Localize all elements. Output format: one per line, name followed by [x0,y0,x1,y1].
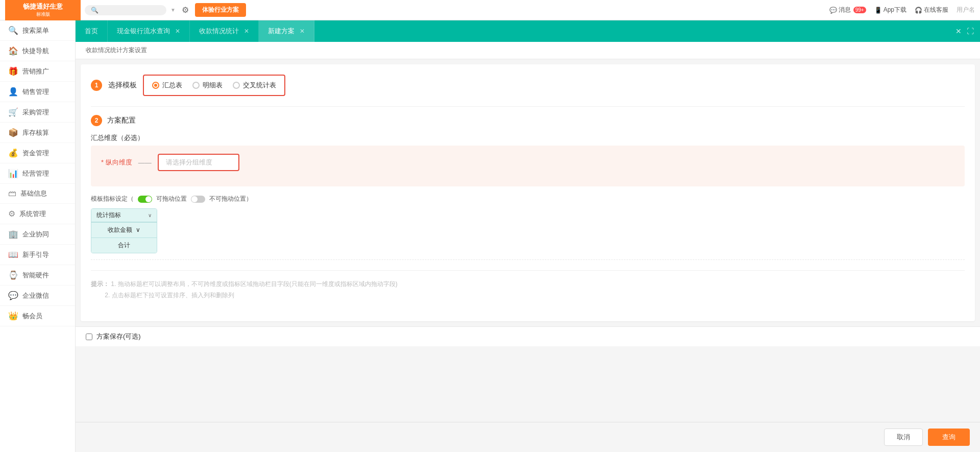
metrics-group-stat: 统计指标 ∨ 收款金额 ∨ 合计 [91,208,157,253]
metrics-area: 统计指标 ∨ 收款金额 ∨ 合计 [91,208,965,253]
template-cross-label: 交叉统计表 [243,81,276,90]
sidebar-label-new-guide: 新手引导 [22,250,49,259]
header-right: 💬 消息 99+ 📱 App下载 🎧 在线客服 用户名 [829,6,975,14]
sidebar-label-operations: 经营管理 [22,169,49,178]
sidebar-item-sys-mgmt[interactable]: ⚙ 系统管理 [0,204,75,224]
settings-icon[interactable]: ⚙ [180,5,191,16]
tab-new-plan-close[interactable]: ✕ [300,28,305,35]
corp-weixin-icon: 💬 [8,291,18,300]
tips-section: 提示： 1. 拖动标题栏可以调整布局，不可跨维度或指标区域拖动栏目字段(只能在同… [91,270,965,301]
metrics-header: 模板指标设定（ 可拖动位置 不可拖动位置） [91,195,965,203]
non-draggable-label: 不可拖动位置） [209,195,252,203]
dimension-area: * 纵向维度 —— 请选择分组维度 [91,146,965,186]
draggable-toggle[interactable] [138,196,152,203]
sidebar-label-quick-nav: 快捷导航 [22,46,49,56]
template-option-cross[interactable]: 交叉统计表 [233,81,276,90]
draggable-toggle-wrap [138,196,152,203]
dim-placeholder: 请选择分组维度 [166,158,212,166]
sidebar-item-marketing[interactable]: 🎁 营销推广 [0,61,75,82]
sidebar-label-finance: 资金管理 [22,149,49,158]
metrics-section: 模板指标设定（ 可拖动位置 不可拖动位置） [91,195,965,253]
message-badge: 99+ [853,7,866,13]
sidebar-item-inventory[interactable]: 📦 库存核算 [0,123,75,143]
metrics-cell-total: 合计 [91,237,157,253]
sales-icon: 👤 [8,87,18,97]
save-label: 方案保存(可选) [96,332,141,341]
template-selection-box: 汇总表 明细表 交叉统计表 [143,75,285,96]
sidebar-item-quick-nav[interactable]: 🏠 快捷导航 [0,41,75,61]
sidebar-label-sales: 销售管理 [22,87,49,97]
tab-close-all-icon[interactable]: ✕ [955,27,962,35]
app-version: 标准版 [36,11,50,18]
sidebar-item-enterprise[interactable]: 🏢 企业协同 [0,224,75,245]
download-icon: 📱 [874,7,882,14]
search-menu-icon: 🔍 [8,26,18,35]
non-draggable-toggle-wrap [191,196,205,203]
sidebar-label-purchase: 采购管理 [22,108,49,117]
step2-header: 2 方案配置 [91,115,965,126]
sidebar-item-base-info[interactable]: 🗃 基础信息 [0,184,75,204]
sidebar-item-sales[interactable]: 👤 销售管理 [0,82,75,102]
top-header: 畅捷通好生意 标准版 🔍 ▼ ⚙ 体验行业方案 💬 消息 99+ 📱 App下载… [0,0,980,20]
operations-icon: 📊 [8,169,18,178]
tab-new-plan[interactable]: 新建方案 ✕ [259,20,314,42]
non-draggable-toggle[interactable] [191,196,205,203]
template-option-detail[interactable]: 明细表 [192,81,223,90]
base-info-icon: 🗃 [8,189,16,198]
marketing-icon: 🎁 [8,66,18,76]
message-icon: 💬 [829,7,837,14]
sidebar-item-search[interactable]: 🔍 搜索菜单 [0,20,75,41]
step2-title: 方案配置 [107,116,136,125]
stat-expand-icon[interactable]: ∨ [148,212,152,218]
dim-select-box[interactable]: 请选择分组维度 [158,154,239,171]
step2-section: 2 方案配置 汇总维度（必选） * 纵向维度 —— 请选择分组维度 [91,106,965,301]
app-name: 畅捷通好生意 [23,2,63,11]
radio-detail[interactable] [192,82,200,89]
stat-cell-label: 收款金额 [108,226,132,233]
tip-line1: 提示： 1. 拖动标题栏可以调整布局，不可跨维度或指标区域拖动栏目字段(只能在同… [91,279,965,290]
purchase-icon: 🛒 [8,107,18,117]
support-icon: 🎧 [915,7,922,14]
search-icon: 🔍 [91,7,99,14]
radio-summary[interactable] [152,82,159,89]
step1-section: 1 选择模板 汇总表 明细表 [91,75,965,96]
tab-receipts[interactable]: 收款情况统计 ✕ [190,20,259,42]
dropdown-icon[interactable]: ▼ [170,7,176,13]
cancel-button[interactable]: 取消 [884,429,923,446]
tab-expand-icon[interactable]: ⛶ [967,27,974,35]
query-button[interactable]: 查询 [928,429,970,446]
download-label: App下载 [884,6,906,14]
download-action[interactable]: 📱 App下载 [874,6,906,14]
sidebar-item-finance[interactable]: 💰 资金管理 [0,143,75,163]
metrics-cell-amount[interactable]: 收款金额 ∨ [91,222,157,237]
metrics-group-header[interactable]: 统计指标 ∨ [91,209,157,222]
message-label: 消息 [839,6,851,14]
sidebar-item-new-guide[interactable]: 📖 新手引导 [0,245,75,265]
template-option-summary[interactable]: 汇总表 [152,81,182,90]
radio-cross[interactable] [233,82,240,89]
save-bar: 方案保存(可选) [76,326,980,346]
metrics-title-text: 模板指标设定（ [91,195,134,203]
tip-text2-content: 2. 点击标题栏下拉可设置排序、插入列和删除列 [105,292,234,299]
tab-home[interactable]: 首页 [76,20,108,42]
enterprise-icon: 🏢 [8,229,18,239]
dimension-label: 汇总维度（必选） [91,134,144,141]
username: 用户名 [957,6,975,14]
sidebar-item-smart-hw[interactable]: ⌚ 智能硬件 [0,265,75,286]
save-checkbox[interactable] [86,334,92,340]
tip-prefix: 提示： [91,280,109,288]
search-bar[interactable]: 🔍 [85,5,166,15]
trial-button[interactable]: 体验行业方案 [195,3,246,17]
sidebar-item-operations[interactable]: 📊 经营管理 [0,163,75,184]
sidebar-item-corp-weixin[interactable]: 💬 企业微信 [0,286,75,306]
support-action[interactable]: 🎧 在线客服 [915,6,948,14]
sidebar-item-member[interactable]: 👑 畅会员 [0,306,75,326]
footer-bar: 取消 查询 [76,422,980,452]
tab-cashflow-label: 现金银行流水查询 [117,27,170,36]
tab-cashflow[interactable]: 现金银行流水查询 ✕ [108,20,190,42]
tab-receipts-close[interactable]: ✕ [244,28,249,35]
tab-cashflow-close[interactable]: ✕ [175,28,180,35]
sidebar-item-purchase[interactable]: 🛒 采购管理 [0,102,75,123]
stat-cell-expand[interactable]: ∨ [136,226,140,233]
message-action[interactable]: 💬 消息 99+ [829,6,866,14]
